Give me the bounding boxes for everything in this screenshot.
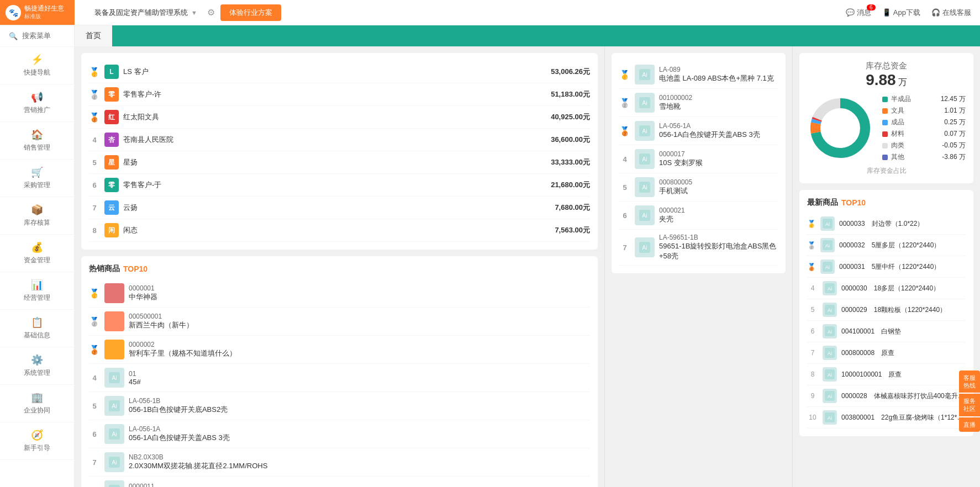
product-info: 000800005 手机测试 (659, 178, 778, 196)
legend-label: 半成品 (891, 94, 911, 104)
rank-number: 8 (807, 370, 818, 378)
sidebar-item-quick-nav[interactable]: ⚡ 快捷导航 (0, 47, 74, 84)
product-image-placeholder: Ai (635, 93, 655, 113)
stock-product-item: 4 Ai 0000017 10S 变刺罗猴 (619, 145, 778, 173)
sidebar-item-inventory[interactable]: 📦 库存核算 (0, 197, 74, 235)
product-code: NB2.0X30B (129, 453, 590, 461)
latest-product-info: 0000031 5厘中纤（1220*2440） (839, 262, 966, 272)
product-code: 0000021 (659, 207, 778, 214)
hot-product-item: 🥇 0000001 中华神器 (89, 279, 590, 308)
latest-product-image: Ai (823, 324, 837, 338)
product-code: LA-056-1B (129, 397, 590, 405)
sidebar-item-finance[interactable]: 💰 资金管理 (0, 235, 74, 272)
svg-text:Ai: Ai (642, 156, 647, 162)
rank-number: 7 (89, 204, 100, 212)
hot-products-list: 🥇 0000001 中华神器 🥈 000500001 新西兰牛肉（新牛） 🥉 0… (89, 279, 590, 487)
try-industry-button[interactable]: 体验行业方案 (220, 4, 281, 21)
latest-product-info: 000800008 原查 (841, 348, 966, 358)
product-name: 2.0X30MM双搓花轴.搓花直径2.1MM/ROHS (129, 461, 590, 471)
cs-service-button[interactable]: 服务社区 (959, 394, 980, 416)
latest-product-item: 🥈 Ai 0000032 5厘多层（1220*2440） (807, 235, 966, 256)
svg-text:Ai: Ai (642, 128, 647, 134)
rank-number: 5 (807, 306, 818, 314)
svg-text:Ai: Ai (112, 403, 117, 409)
product-info: 001000002 雪地靴 (659, 94, 778, 112)
gear-icon[interactable]: ⚙ (207, 7, 215, 18)
sidebar-item-system[interactable]: ⚙️ 系统管理 (0, 347, 74, 385)
legend-value: 12.45 万 (941, 94, 966, 104)
sidebar-item-sales[interactable]: 🏠 销售管理 (0, 122, 74, 160)
product-info: 0000021 夹壳 (659, 207, 778, 224)
legend-dot (882, 131, 888, 137)
mobile-icon: 📱 (882, 8, 891, 17)
sidebar-item-guide[interactable]: 🧭 新手引导 (0, 422, 74, 460)
message-button[interactable]: 💬 消息 6 (846, 8, 871, 18)
customer-name: 闲态 (123, 225, 550, 235)
rank-number: 5 (89, 402, 100, 410)
customer-name: 零售客户-于 (123, 180, 546, 190)
product-image-placeholder: Ai (104, 396, 124, 416)
svg-text:Ai: Ai (112, 459, 117, 465)
donut-chart (807, 95, 873, 161)
sidebar: 🔍 搜索菜单 ⚡ 快捷导航 📢 营销推广 🏠 销售管理 🛒 采购管理 📦 库存核… (0, 25, 75, 487)
purchase-icon: 🛒 (31, 166, 43, 178)
customer-rank-item: 🥇 L LS 客户 53,006.26元 (89, 61, 590, 83)
legend-dot (882, 97, 888, 102)
avatar: 星 (104, 155, 119, 170)
rank-number: 5 (619, 183, 630, 192)
stock-product-item: 6 Ai 0000021 夹壳 (619, 202, 778, 230)
basic-icon: 📋 (31, 316, 43, 329)
customer-top10-card: 🥇 L LS 客户 53,006.26元 🥈 零 零售客户-许 51,183.0… (81, 53, 598, 250)
sidebar-item-basic[interactable]: 📋 基础信息 (0, 310, 74, 347)
customer-value: 40,925.00元 (551, 112, 590, 122)
customer-rank-item: 🥈 零 零售客户-许 51,183.00元 (89, 83, 590, 106)
cs-live-button[interactable]: 直播 (959, 417, 980, 432)
product-info: LA-089 电池盖 LA-089 ABS本色+黑种 7.1克 (659, 66, 778, 83)
hot-product-item: 5 Ai LA-056-1B 056-1B白色按键开关底ABS2壳 (89, 392, 590, 420)
product-code: 0000002 (129, 341, 590, 348)
avatar: 闲 (104, 223, 119, 237)
avatar: 杏 (104, 133, 119, 147)
legend-label: 其他 (891, 152, 904, 162)
latest-products-list: 🥇 Ai 0000033 封边带（1.0*22） 🥈 Ai 0000032 5厘… (807, 213, 966, 428)
latest-products-card: 最新商品 TOP10 🥇 Ai 0000033 封边带（1.0*22） 🥈 Ai… (799, 190, 973, 436)
customer-value: 21,680.00元 (551, 180, 590, 190)
product-code: 01 (129, 370, 590, 378)
system-selector[interactable]: 装备及固定资产辅助管理系统 ▼ (90, 8, 202, 18)
svg-text:Ai: Ai (828, 329, 832, 335)
cs-hotline-button[interactable]: 客服热线 (959, 370, 980, 393)
sidebar-item-enterprise[interactable]: 🏢 企业协同 (0, 385, 74, 422)
product-name: 056-1B白色按键开关底ABS2壳 (129, 405, 590, 415)
legend-label: 成品 (891, 118, 904, 127)
latest-product-item: 5 Ai 0000029 18颗粒板（1220*2440） (807, 299, 966, 321)
online-service-button[interactable]: 🎧 在线客服 (931, 8, 971, 18)
search-menu-item[interactable]: 🔍 搜索菜单 (0, 25, 74, 47)
latest-product-image: Ai (820, 216, 835, 231)
customer-value: 53,006.26元 (551, 67, 590, 77)
svg-text:Ai: Ai (828, 372, 832, 378)
avatar: 零 (104, 87, 119, 102)
inventory-icon: 📦 (31, 204, 43, 216)
product-image-placeholder: Ai (635, 121, 655, 141)
svg-text:Ai: Ai (828, 351, 832, 356)
rank-number: 10 (807, 414, 818, 421)
bronze-medal-icon: 🥉 (807, 263, 816, 271)
customer-name: LS 客户 (123, 67, 546, 77)
message-icon: 💬 (846, 8, 855, 17)
rank-number: 4 (89, 136, 100, 144)
latest-product-item: 9 Ai 0000028 体械嘉核味苏打饮品400毫升（1*15） (807, 385, 966, 407)
rank-number: 6 (807, 327, 818, 335)
latest-product-image: Ai (823, 303, 837, 317)
app-download-button[interactable]: 📱 App下载 (882, 8, 920, 18)
legend-value: 1.01 万 (944, 106, 966, 115)
sidebar-item-operation[interactable]: 📊 经营管理 (0, 272, 74, 310)
svg-text:Ai: Ai (642, 213, 647, 219)
rank-number: 4 (89, 374, 100, 382)
tab-home[interactable]: 首页 (75, 25, 112, 46)
customer-rank-item: 6 零 零售客户-于 21,680.00元 (89, 174, 590, 197)
rank-number: 7 (807, 349, 818, 357)
sidebar-item-marketing[interactable]: 📢 营销推广 (0, 84, 74, 122)
legend-item: 文具 1.01 万 (882, 106, 966, 115)
sidebar-item-purchase[interactable]: 🛒 采购管理 (0, 160, 74, 197)
svg-text:Ai: Ai (828, 415, 832, 421)
